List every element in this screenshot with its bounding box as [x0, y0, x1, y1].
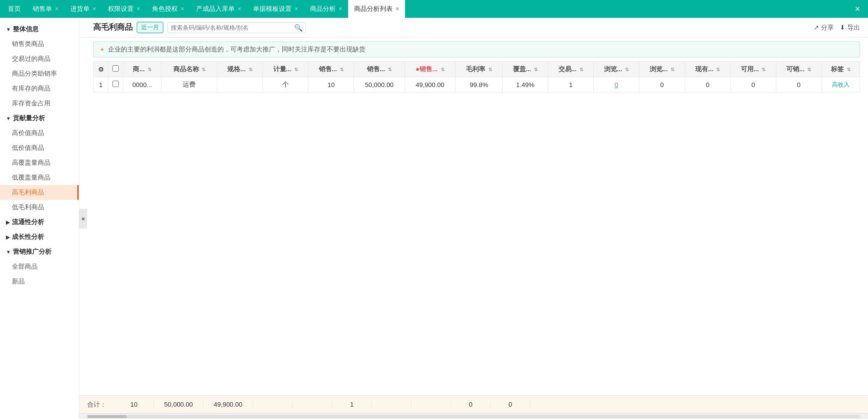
- select-all-checkbox[interactable]: [112, 65, 119, 72]
- sidebar-item-stocked-goods[interactable]: 有库存的商品: [0, 81, 79, 96]
- main-layout: ▼ 整体信息 销售类商品 交易过的商品 商品分类助销率 有库存的商品 库存资金占…: [0, 18, 868, 419]
- sidebar-group-contribution[interactable]: ▼ 贡献量分析: [0, 111, 79, 126]
- nav-template-settings[interactable]: 单据模板设置 ×: [247, 0, 304, 18]
- col-name-header[interactable]: 商品名称 ⇅: [161, 62, 217, 77]
- sidebar-group-overall[interactable]: ▼ 整体信息: [0, 22, 79, 37]
- close-window-btn[interactable]: ×: [849, 4, 866, 14]
- col-code-label: 商...: [133, 65, 145, 73]
- close-role-auth[interactable]: ×: [181, 5, 184, 12]
- arrow-icon-5: ▼: [6, 249, 11, 255]
- sort-icon-margin: ⇅: [488, 67, 492, 72]
- row-browse2: 0: [639, 77, 685, 93]
- row-trade: 1: [548, 77, 594, 93]
- arrow-icon: ▼: [6, 27, 11, 32]
- close-permission[interactable]: ×: [137, 5, 140, 12]
- sidebar-item-category-rate[interactable]: 商品分类助销率: [0, 66, 79, 81]
- sidebar-item-low-value[interactable]: 低价值商品: [0, 140, 79, 155]
- col-sellable-label: 可销...: [786, 65, 805, 73]
- col-trade-header[interactable]: 交易... ⇅: [548, 62, 594, 77]
- row-browse1[interactable]: 0: [594, 77, 639, 93]
- footer-available: 0: [491, 401, 530, 408]
- col-checkbox-header[interactable]: [108, 62, 123, 77]
- col-sales-cost-label: ●销售...: [415, 65, 438, 73]
- col-tag-header[interactable]: 标签 ⇅: [821, 62, 860, 77]
- sidebar-item-traded-goods[interactable]: 交易过的商品: [0, 51, 79, 66]
- nav-role-auth[interactable]: 角色授权 ×: [146, 0, 190, 18]
- row-select-checkbox[interactable]: [112, 81, 119, 87]
- col-browse1-label: 浏览...: [604, 65, 622, 73]
- nav-home[interactable]: 首页: [2, 0, 27, 18]
- export-btn[interactable]: ⬇ 导出: [840, 23, 860, 32]
- row-name: 运费: [161, 77, 217, 93]
- share-btn[interactable]: ↗ 分享: [814, 23, 834, 32]
- col-unit-header[interactable]: 计量... ⇅: [263, 62, 308, 77]
- nav-sales-order[interactable]: 销售单 ×: [27, 0, 64, 18]
- footer-spacer1: [253, 401, 293, 408]
- row-available: 0: [730, 77, 776, 93]
- col-sales-qty-label: 销售...: [319, 65, 337, 73]
- sort-icon-sellable: ⇅: [807, 67, 811, 72]
- close-analysis-list[interactable]: ×: [396, 5, 399, 12]
- close-analysis[interactable]: ×: [339, 5, 342, 12]
- sidebar-item-new-goods[interactable]: 新品: [0, 274, 79, 289]
- sidebar-item-all-goods[interactable]: 全部商品: [0, 259, 79, 274]
- nav-product-analysis-list[interactable]: 商品分析列表 ×: [348, 0, 405, 18]
- sidebar-item-high-coverage[interactable]: 高覆盖量商品: [0, 155, 79, 170]
- sidebar-item-sales-goods[interactable]: 销售类商品: [0, 37, 79, 51]
- filter-recent-month-btn[interactable]: 近一月: [137, 22, 163, 33]
- sidebar-item-stock-capital[interactable]: 库存资金占用: [0, 96, 79, 111]
- search-icon[interactable]: 🔍: [294, 24, 303, 32]
- col-browse2-header[interactable]: 浏览... ⇅: [639, 62, 685, 77]
- col-sales-qty-header[interactable]: 销售... ⇅: [308, 62, 354, 77]
- col-browse1-header[interactable]: 浏览... ⇅: [594, 62, 639, 77]
- close-sales-order[interactable]: ×: [55, 5, 58, 12]
- row-index: 1: [94, 77, 108, 93]
- col-coverage-header[interactable]: 覆盖... ⇅: [503, 62, 548, 77]
- col-settings[interactable]: ⚙: [94, 62, 108, 77]
- info-icon: ✦: [100, 46, 105, 53]
- col-code-header[interactable]: 商... ⇅: [123, 62, 161, 77]
- footer-trade: 1: [332, 401, 372, 408]
- col-sales-amt-header[interactable]: 销售... ⇅: [354, 62, 405, 77]
- footer-cells: 10 50,000.00 49,900.00 1 0 0: [114, 401, 860, 408]
- sidebar-collapse-btn[interactable]: «: [79, 209, 87, 229]
- sort-icon-tag: ⇅: [847, 67, 851, 72]
- col-sellable-header[interactable]: 可销... ⇅: [776, 62, 821, 77]
- close-purchase-order[interactable]: ×: [93, 5, 96, 12]
- sort-icon-sales-cost: ⇅: [441, 67, 445, 72]
- nav-permission-settings[interactable]: 权限设置 ×: [102, 0, 146, 18]
- row-checkbox[interactable]: [108, 77, 123, 93]
- close-template[interactable]: ×: [295, 5, 298, 12]
- nav-purchase-order[interactable]: 进货单 ×: [64, 0, 102, 18]
- nav-product-analysis[interactable]: 商品分析 ×: [304, 0, 348, 18]
- col-available-header[interactable]: 可用... ⇅: [730, 62, 776, 77]
- col-current-stock-label: 现有...: [695, 65, 714, 73]
- sidebar-group-marketing[interactable]: ▼ 营销推广分析: [0, 244, 79, 259]
- bottom-scrollbar[interactable]: [79, 413, 868, 419]
- footer-label: 合计：: [87, 400, 106, 409]
- sidebar-item-low-coverage[interactable]: 低覆盖量商品: [0, 170, 79, 185]
- sidebar-item-high-value[interactable]: 高价值商品: [0, 126, 79, 140]
- table-container[interactable]: ⚙ 商... ⇅ 商品名称 ⇅ 规格...: [79, 61, 868, 395]
- footer-sales-amt: 50,000.00: [154, 401, 204, 408]
- sidebar-item-high-margin[interactable]: 高毛利商品: [0, 185, 79, 200]
- footer-sales-cost: 49,900.00: [204, 401, 253, 408]
- col-sales-amt-label: 销售...: [367, 65, 385, 73]
- sidebar-group-growth[interactable]: ▶ 成长性分析: [0, 230, 79, 244]
- footer-sales-qty: 10: [114, 401, 154, 408]
- scrollbar-thumb[interactable]: [87, 415, 127, 418]
- footer-spacer2: [293, 401, 332, 408]
- col-trade-label: 交易...: [559, 65, 577, 73]
- arrow-icon-4: ▶: [6, 234, 10, 240]
- sidebar-item-low-margin[interactable]: 低毛利商品: [0, 200, 79, 215]
- search-input[interactable]: [171, 24, 294, 31]
- col-current-stock-header[interactable]: 现有... ⇅: [685, 62, 730, 77]
- content-area: « 高毛利商品 近一月 🔍 ↗ 分享 ⬇ 导出 ✦ 企: [79, 18, 868, 419]
- close-product-instock[interactable]: ×: [238, 5, 241, 12]
- col-margin-header[interactable]: 毛利率 ⇅: [456, 62, 503, 77]
- col-sales-cost-header[interactable]: ●销售... ⇅: [405, 62, 456, 77]
- sidebar-group-circulation[interactable]: ▶ 流通性分析: [0, 215, 79, 230]
- content-header: 高毛利商品 近一月 🔍 ↗ 分享 ⬇ 导出: [79, 18, 868, 38]
- col-spec-header[interactable]: 规格... ⇅: [217, 62, 263, 77]
- nav-product-instock[interactable]: 产成品入库单 ×: [190, 0, 247, 18]
